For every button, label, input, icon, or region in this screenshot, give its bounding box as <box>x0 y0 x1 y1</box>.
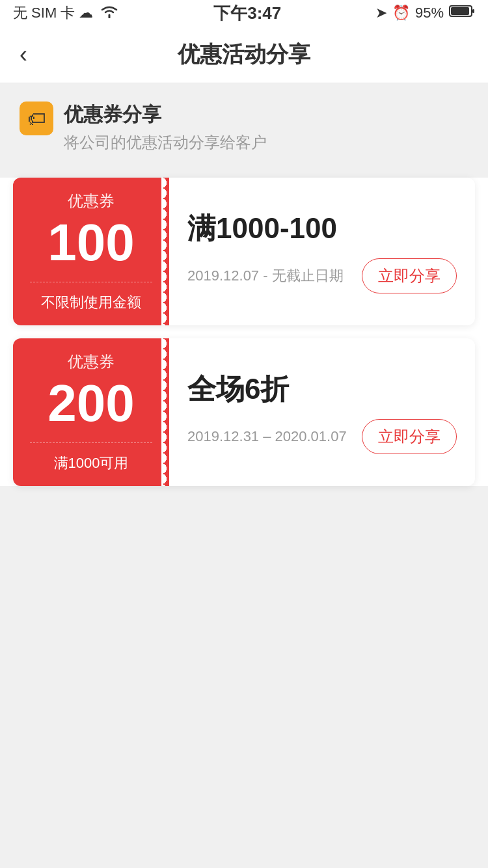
section-icon: 🏷 <box>20 102 53 135</box>
section-subtitle: 将公司的优惠活动分享给客户 <box>64 132 267 153</box>
page-title: 优惠活动分享 <box>178 40 310 70</box>
battery-icon <box>449 5 475 21</box>
status-right: ➤ ⏰ 95% <box>375 5 475 21</box>
section-header: 🏷 优惠券分享 将公司的优惠活动分享给客户 <box>0 83 488 165</box>
coupon-divider-1 <box>30 282 152 282</box>
section-title: 优惠券分享 <box>64 102 267 128</box>
coupon-card-2: 优惠券 200 满1000可用 全场6折 2019.12.31 – 2020.0… <box>13 338 475 486</box>
wifi-icon <box>100 4 119 22</box>
section-text: 优惠券分享 将公司的优惠活动分享给客户 <box>64 102 267 153</box>
status-bar: 无 SIM 卡 ☁ 下午3:47 ➤ ⏰ 95% <box>0 0 488 26</box>
coupon-right-1: 满1000-100 2019.12.07 - 无截止日期 立即分享 <box>169 178 475 325</box>
coupon-label-2: 优惠券 <box>68 351 115 372</box>
coupon-icon: 🏷 <box>27 108 46 129</box>
back-icon: ‹ <box>20 41 27 68</box>
no-sim-label: 无 SIM 卡 ☁ <box>13 3 93 23</box>
coupon-date-1: 2019.12.07 - 无截止日期 <box>187 266 344 286</box>
back-button[interactable]: ‹ <box>20 41 27 68</box>
alarm-icon: ⏰ <box>392 5 410 21</box>
coupon-condition-2: 满1000可用 <box>54 454 129 473</box>
battery-label: 95% <box>415 5 444 21</box>
coupon-meta-2: 2019.12.31 – 2020.01.07 立即分享 <box>187 419 457 454</box>
coupon-label-1: 优惠券 <box>68 191 115 211</box>
coupon-meta-1: 2019.12.07 - 无截止日期 立即分享 <box>187 258 457 293</box>
share-button-2[interactable]: 立即分享 <box>362 419 457 454</box>
coupon-condition-1: 不限制使用金额 <box>41 293 141 312</box>
coupon-amount-1: 100 <box>47 217 134 269</box>
coupon-left-1: 优惠券 100 不限制使用金额 <box>13 178 169 325</box>
coupon-card-1: 优惠券 100 不限制使用金额 满1000-100 2019.12.07 - 无… <box>13 178 475 325</box>
location-icon: ➤ <box>375 5 387 21</box>
coupon-divider-2 <box>30 442 152 443</box>
coupon-date-2: 2019.12.31 – 2020.01.07 <box>187 428 347 445</box>
status-left: 无 SIM 卡 ☁ <box>13 3 119 23</box>
coupon-name-1: 满1000-100 <box>187 210 457 248</box>
nav-bar: ‹ 优惠活动分享 <box>0 26 488 83</box>
svg-rect-2 <box>472 9 474 13</box>
coupon-left-2: 优惠券 200 满1000可用 <box>13 338 169 486</box>
coupon-right-2: 全场6折 2019.12.31 – 2020.01.07 立即分享 <box>169 338 475 486</box>
status-time: 下午3:47 <box>213 2 281 25</box>
share-button-1[interactable]: 立即分享 <box>362 258 457 293</box>
svg-rect-1 <box>451 7 469 15</box>
coupon-name-2: 全场6折 <box>187 370 457 409</box>
coupon-amount-2: 200 <box>47 377 134 429</box>
coupon-list: 优惠券 100 不限制使用金额 满1000-100 2019.12.07 - 无… <box>0 178 488 486</box>
